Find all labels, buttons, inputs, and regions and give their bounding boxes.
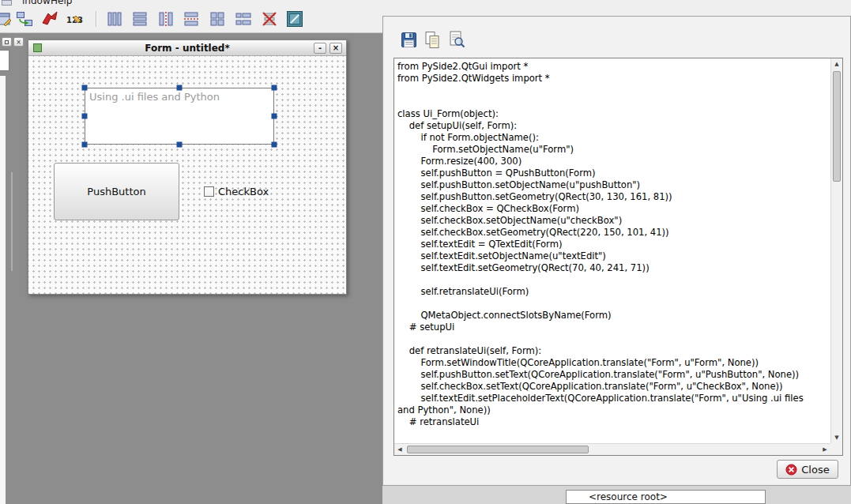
scroll-up-icon[interactable]: ▲ <box>831 58 842 70</box>
resource-browser-fragment: <resource root> <box>566 490 766 504</box>
scrollbar-corner <box>830 443 842 455</box>
menu-bar: indow Help <box>0 0 851 6</box>
textedit-widget[interactable]: Using .ui files and Python <box>85 88 274 145</box>
horizontal-scroll-thumb[interactable] <box>407 446 589 453</box>
toolbar-separator <box>96 11 96 27</box>
layout-horizontal-splitter-icon <box>157 10 175 28</box>
code-view[interactable]: from PySide2.QtGui import * from PySide2… <box>393 58 843 456</box>
vertical-scroll-thumb[interactable] <box>833 71 841 182</box>
textedit-placeholder: Using .ui files and Python <box>85 88 273 105</box>
scroll-down-icon[interactable]: ▼ <box>831 432 842 443</box>
close-button[interactable]: Close <box>777 460 838 479</box>
edit-tab-order-icon: 123 <box>66 10 85 28</box>
app-menu-icon[interactable] <box>2 0 12 6</box>
dock-float-icon <box>5 40 9 44</box>
scroll-right-icon[interactable]: ▶ <box>819 444 830 455</box>
copy-button[interactable] <box>422 29 442 50</box>
menu-window[interactable]: indow <box>22 0 51 6</box>
close-dialog-icon <box>785 464 797 476</box>
window-close-button[interactable]: × <box>329 43 342 54</box>
code-horizontal-scrollbar[interactable]: ◀ ▶ <box>394 443 830 455</box>
adjust-size-button[interactable] <box>284 9 305 29</box>
checkbox-label: CheckBox <box>218 186 269 197</box>
find-icon <box>447 30 466 49</box>
layout-vertical-splitter-button[interactable] <box>181 9 201 29</box>
edit-buddies-icon <box>41 10 58 28</box>
dock-float-button[interactable] <box>2 37 12 47</box>
scroll-left-icon[interactable]: ◀ <box>394 444 405 455</box>
checkbox-widget[interactable] <box>204 186 214 197</box>
break-layout-icon <box>261 10 278 28</box>
selection-handle-bottom-middle[interactable] <box>177 142 183 148</box>
widgetbox-filter-fragment[interactable] <box>0 50 9 71</box>
layout-vertically-button[interactable] <box>130 9 150 29</box>
left-panel-fragment <box>0 76 6 504</box>
layout-horizontal-splitter-button[interactable] <box>156 9 176 29</box>
edit-widgets-icon <box>0 10 12 28</box>
layout-grid-icon <box>209 10 226 28</box>
layout-form-button[interactable] <box>233 9 254 29</box>
layout-horizontally-icon <box>106 10 123 28</box>
copy-icon <box>423 30 442 49</box>
selection-handle-bottom-left[interactable] <box>82 142 88 148</box>
edit-signals-slots-button[interactable] <box>14 9 35 29</box>
code-vertical-scrollbar[interactable]: ▲ ▼ <box>830 58 842 443</box>
form-window-titlebar[interactable]: Form - untitled* - × <box>28 40 346 56</box>
layout-form-icon <box>235 10 252 28</box>
edit-tab-order-button[interactable]: 123 <box>65 9 85 29</box>
form-window-title: Form - untitled* <box>28 43 346 54</box>
selection-handle-top-middle[interactable] <box>177 85 183 91</box>
code-preview-dialog: from PySide2.QtGui import * from PySide2… <box>382 16 851 486</box>
bottom-panel-fragment: <resource root> <box>382 486 851 504</box>
close-button-label: Close <box>801 464 829 476</box>
dock-close-button[interactable]: × <box>13 37 24 47</box>
selection-handle-middle-left[interactable] <box>82 114 88 119</box>
selection-handle-middle-right[interactable] <box>272 114 277 119</box>
form-canvas[interactable]: Using .ui files and Python PushButton Ch… <box>28 56 346 294</box>
pushbutton-label: PushButton <box>87 186 145 197</box>
selection-handle-top-right[interactable] <box>272 85 277 91</box>
dock-close-icon: × <box>16 39 21 46</box>
layout-grid-button[interactable] <box>207 9 228 29</box>
generated-code[interactable]: from PySide2.QtGui import * from PySide2… <box>394 58 830 443</box>
edit-signals-slots-icon <box>16 10 33 28</box>
edit-widgets-button[interactable] <box>0 9 13 29</box>
adjust-size-icon <box>285 9 304 28</box>
menu-help[interactable]: Help <box>51 0 72 6</box>
selection-handle-top-left[interactable] <box>82 85 88 91</box>
layout-vertically-icon <box>131 10 149 28</box>
find-button[interactable] <box>446 29 467 50</box>
layout-horizontally-button[interactable] <box>104 9 125 29</box>
edit-buddies-button[interactable] <box>40 9 60 29</box>
break-layout-button[interactable] <box>259 9 280 29</box>
save-icon <box>400 31 418 49</box>
form-editor-window: Form - untitled* - × Using .ui files and… <box>28 39 347 295</box>
save-button[interactable] <box>398 29 419 50</box>
pushbutton-widget[interactable]: PushButton <box>54 163 179 220</box>
left-scrollbar-fragment[interactable] <box>11 172 13 271</box>
layout-vertical-splitter-icon <box>183 10 200 28</box>
resource-root-item[interactable]: <resource root> <box>589 491 668 502</box>
minimize-button[interactable]: - <box>314 43 326 54</box>
selection-handle-bottom-right[interactable] <box>272 142 277 148</box>
